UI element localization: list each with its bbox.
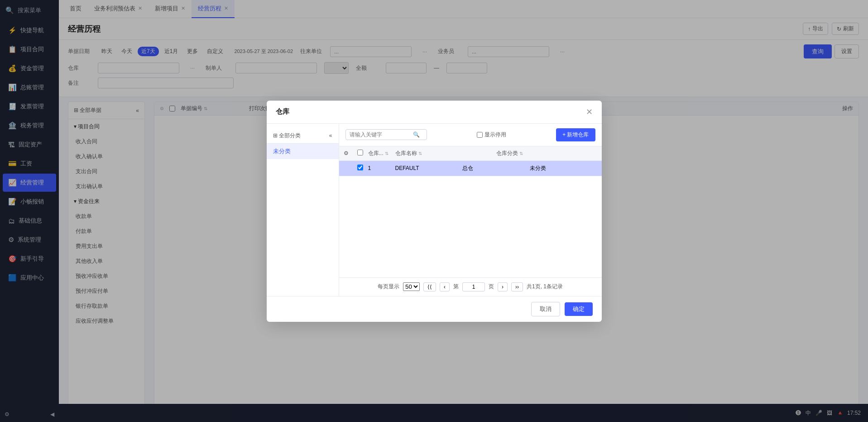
dialog-left-header: ⊞ 全部分类 « (267, 128, 339, 144)
dialog-table-header: ⚙ 仓库... ⇅ 仓库名称 ⇅ 仓库分类 ⇅ (339, 146, 602, 161)
dialog-table: ⚙ 仓库... ⇅ 仓库名称 ⇅ 仓库分类 ⇅ (339, 146, 602, 277)
col-cat-header: 仓库分类 ⇅ (496, 150, 597, 157)
show-disabled-label: 显示停用 (484, 131, 506, 139)
row-name: 总仓 (462, 165, 530, 172)
dialog-total-label: 共1页, 1条记录 (527, 283, 563, 291)
search-box: 🔍 (345, 129, 427, 140)
dialog-toolbar: 🔍 显示停用 + 新增仓库 (339, 124, 602, 146)
dialog-per-page-label: 每页显示 (378, 283, 399, 291)
dialog-body: ⊞ 全部分类 « 未分类 🔍 显示停用 (267, 124, 602, 296)
table-row[interactable]: 1 DEFAULT 总仓 未分类 (339, 161, 602, 176)
dialog-pagination: 每页显示 50 ⟨⟨ ‹ 第 页 › ›› 共1页, 1条记录 (339, 277, 602, 296)
row-check[interactable] (357, 165, 368, 172)
all-categories-label: ⊞ 全部分类 (273, 132, 301, 140)
dialog-header: 仓库 ✕ (267, 101, 602, 124)
cancel-button[interactable]: 取消 (531, 302, 560, 316)
col-check-header (357, 150, 368, 157)
dialog-first-page-button[interactable]: ⟨⟨ (423, 282, 436, 291)
dialog-page-unit: 页 (489, 283, 494, 291)
dialog-prev-page-button[interactable]: ‹ (440, 282, 450, 291)
dialog-unclassified-item[interactable]: 未分类 (267, 144, 339, 159)
header-checkbox[interactable] (357, 150, 363, 155)
search-icon: 🔍 (413, 131, 420, 138)
dialog-right-panel: 🔍 显示停用 + 新增仓库 ⚙ (339, 124, 602, 296)
add-warehouse-button[interactable]: + 新增仓库 (556, 128, 595, 141)
dialog-collapse-icon[interactable]: « (329, 132, 332, 139)
search-input[interactable] (350, 131, 413, 138)
dialog-close-button[interactable]: ✕ (586, 107, 593, 117)
confirm-button[interactable]: 确定 (565, 302, 593, 316)
show-disabled-checkbox[interactable]: 显示停用 (477, 131, 506, 139)
dialog-per-page-select[interactable]: 50 (403, 282, 420, 291)
col-id-header: 仓库... ⇅ (368, 150, 395, 157)
dialog-footer: 取消 确定 (267, 296, 602, 322)
dialog-title: 仓库 (276, 107, 289, 116)
dialog-page-label: 第 (453, 283, 459, 291)
dialog-page-input[interactable] (462, 282, 485, 291)
warehouse-dialog: 仓库 ✕ ⊞ 全部分类 « 未分类 🔍 (267, 101, 602, 322)
col-name-header: 仓库名称 ⇅ (395, 150, 496, 157)
disabled-checkbox[interactable] (477, 132, 483, 138)
dialog-next-page-button[interactable]: › (498, 282, 508, 291)
dialog-last-page-button[interactable]: ›› (511, 282, 523, 291)
row-category: 未分类 (530, 165, 597, 172)
row-code: DEFAULT (395, 165, 463, 171)
row-checkbox[interactable] (357, 165, 363, 170)
dialog-overlay: 仓库 ✕ ⊞ 全部分类 « 未分类 🔍 (0, 0, 868, 422)
row-id: 1 (368, 165, 395, 171)
col-settings-icon[interactable]: ⚙ (344, 150, 357, 156)
dialog-left-panel: ⊞ 全部分类 « 未分类 (267, 124, 339, 296)
unclassified-label: 未分类 (273, 147, 291, 155)
